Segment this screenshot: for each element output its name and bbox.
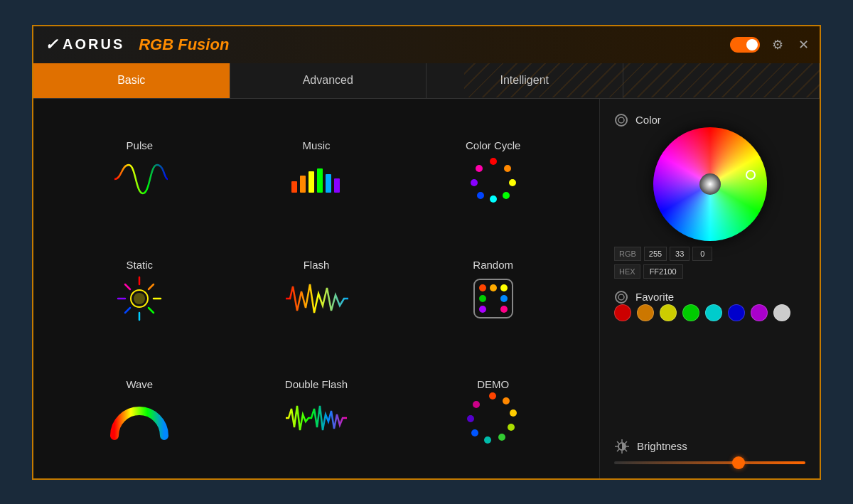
music-icon bbox=[288, 160, 345, 199]
wave-icon bbox=[111, 399, 168, 438]
svg-point-9 bbox=[503, 192, 510, 199]
rgb-g-value[interactable]: 33 bbox=[670, 247, 690, 261]
logo-text: AORUS bbox=[63, 36, 124, 53]
hex-value[interactable]: FF2100 bbox=[643, 264, 683, 279]
effect-pulse[interactable]: Pulse bbox=[55, 113, 225, 225]
settings-icon[interactable]: ⚙ bbox=[770, 37, 785, 53]
favorites-row bbox=[614, 304, 805, 321]
color-cycle-icon bbox=[465, 160, 522, 199]
favorites-section: Favorite bbox=[614, 290, 805, 321]
svg-point-38 bbox=[471, 429, 478, 436]
effect-static[interactable]: Static bbox=[55, 232, 225, 345]
svg-point-36 bbox=[498, 434, 505, 441]
svg-point-32 bbox=[489, 392, 496, 400]
rgb-r-value[interactable]: 255 bbox=[644, 247, 667, 261]
power-toggle[interactable] bbox=[730, 37, 760, 53]
svg-point-39 bbox=[467, 415, 474, 422]
fav-color-2[interactable] bbox=[660, 304, 677, 321]
color-label: Color bbox=[635, 114, 661, 126]
color-cursor bbox=[746, 170, 756, 180]
tab-basic[interactable]: Basic bbox=[33, 63, 230, 98]
content-area: Pulse bbox=[33, 99, 820, 478]
effect-wave[interactable]: Wave bbox=[55, 352, 225, 464]
color-ring-icon bbox=[614, 113, 628, 127]
rgb-b-value[interactable]: 0 bbox=[692, 247, 712, 261]
color-wheel-overlay bbox=[653, 127, 767, 241]
random-label: Random bbox=[473, 259, 513, 271]
svg-line-16 bbox=[149, 284, 154, 289]
svg-point-26 bbox=[490, 284, 497, 291]
svg-point-12 bbox=[471, 179, 478, 186]
svg-point-33 bbox=[503, 397, 510, 404]
color-wheel-container[interactable] bbox=[614, 127, 805, 241]
brightness-title: Brightness bbox=[614, 439, 805, 454]
svg-point-25 bbox=[479, 284, 486, 291]
fav-color-4[interactable] bbox=[705, 304, 722, 321]
svg-point-42 bbox=[618, 117, 624, 123]
app-window: ✓ AORUS RGB Fusion ⚙ ✕ Basic Advanced In… bbox=[32, 25, 821, 480]
svg-point-6 bbox=[490, 158, 497, 165]
fav-color-1[interactable] bbox=[637, 304, 654, 321]
svg-point-37 bbox=[484, 436, 491, 444]
fav-color-3[interactable] bbox=[682, 304, 699, 321]
wave-label: Wave bbox=[126, 378, 153, 390]
color-section: Color RGB 255 33 0 bbox=[614, 113, 805, 279]
pulse-label: Pulse bbox=[127, 139, 154, 151]
tab-bar: Basic Advanced Intelligent bbox=[33, 63, 820, 99]
title-controls: ⚙ ✕ bbox=[730, 37, 811, 53]
svg-rect-5 bbox=[334, 178, 340, 193]
demo-icon bbox=[465, 399, 522, 438]
svg-point-35 bbox=[508, 424, 515, 431]
effects-grid: Pulse bbox=[33, 99, 599, 478]
double-flash-label: Double Flash bbox=[285, 378, 348, 390]
random-icon bbox=[465, 279, 522, 318]
tab-extra[interactable] bbox=[623, 63, 820, 98]
svg-point-11 bbox=[477, 192, 484, 199]
music-label: Music bbox=[302, 139, 330, 151]
svg-point-34 bbox=[510, 409, 517, 417]
double-flash-icon bbox=[288, 399, 345, 438]
svg-point-30 bbox=[479, 306, 486, 313]
favorites-section-title: Favorite bbox=[614, 290, 805, 304]
effect-demo[interactable]: DEMO bbox=[408, 352, 578, 464]
tab-advanced[interactable]: Advanced bbox=[230, 63, 427, 98]
effect-flash[interactable]: Flash bbox=[232, 232, 402, 345]
fav-color-0[interactable] bbox=[614, 304, 631, 321]
hex-input-row: HEX FF2100 bbox=[614, 264, 805, 279]
hex-label: HEX bbox=[614, 264, 640, 279]
svg-point-43 bbox=[616, 291, 627, 303]
fav-color-7[interactable] bbox=[773, 304, 790, 321]
effect-color-cycle[interactable]: Color Cycle bbox=[408, 113, 578, 225]
favorites-ring-icon bbox=[614, 290, 628, 304]
effect-double-flash[interactable]: Double Flash bbox=[232, 352, 402, 464]
fav-color-5[interactable] bbox=[728, 304, 745, 321]
brightness-slider[interactable] bbox=[614, 461, 805, 464]
brightness-section: Brightness bbox=[614, 439, 805, 464]
svg-line-18 bbox=[149, 308, 154, 313]
favorites-label: Favorite bbox=[635, 291, 674, 303]
brightness-thumb[interactable] bbox=[732, 456, 745, 469]
right-panel: Color RGB 255 33 0 bbox=[599, 99, 820, 478]
svg-rect-2 bbox=[309, 171, 314, 193]
svg-point-40 bbox=[473, 401, 480, 408]
tab-intelligent[interactable]: Intelligent bbox=[426, 63, 623, 98]
effect-random[interactable]: Random bbox=[408, 232, 578, 345]
svg-rect-1 bbox=[300, 176, 306, 193]
brightness-icon bbox=[614, 439, 630, 454]
svg-point-31 bbox=[500, 306, 508, 313]
flash-label: Flash bbox=[304, 259, 330, 271]
svg-point-8 bbox=[509, 179, 516, 186]
title-bar: ✓ AORUS RGB Fusion ⚙ ✕ bbox=[33, 26, 820, 63]
svg-point-27 bbox=[500, 284, 508, 291]
svg-point-29 bbox=[500, 295, 508, 302]
effect-music[interactable]: Music bbox=[232, 113, 402, 225]
svg-point-44 bbox=[618, 294, 624, 300]
fav-color-6[interactable] bbox=[751, 304, 768, 321]
aorus-checkmark-icon: ✓ bbox=[45, 36, 57, 54]
pulse-icon bbox=[111, 160, 168, 199]
color-wheel[interactable] bbox=[653, 127, 767, 241]
rgb-label: RGB bbox=[614, 247, 641, 261]
static-icon bbox=[111, 279, 168, 318]
close-icon[interactable]: ✕ bbox=[795, 37, 811, 53]
svg-line-22 bbox=[125, 284, 130, 289]
